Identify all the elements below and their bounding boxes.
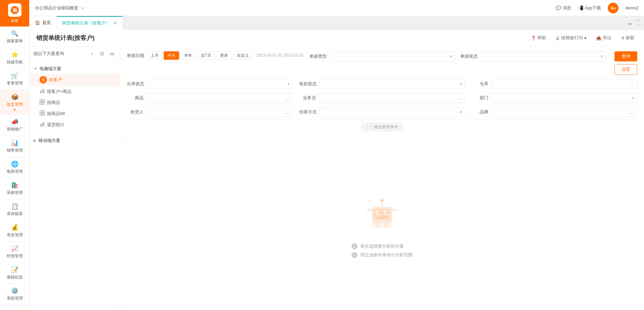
tree-parent-desktop[interactable]: ▼ 电脑端方案 — [30, 64, 120, 74]
refresh-btn[interactable]: ↺ 刷新 — [618, 34, 637, 42]
sidebar-item-search[interactable]: 🔍 搜索菜单 — [0, 27, 29, 48]
settings-btn[interactable]: 设置 — [614, 64, 637, 75]
sidebar-item-quicknav[interactable]: ⭐ 快捷导航 — [0, 48, 29, 69]
receiver-label: 收货人 — [127, 109, 144, 115]
svg-rect-11 — [40, 113, 42, 115]
sidebar-item-ecommerce[interactable]: 🌐 电商管理 — [0, 157, 29, 178]
tree-item-return-stats[interactable]: 退货统计 — [30, 119, 120, 130]
svg-rect-27 — [376, 223, 380, 228]
enterprise-icon: 🤝 — [11, 308, 18, 310]
query-btn[interactable]: 查询 — [614, 51, 637, 61]
tab-minimize-btn[interactable]: 🗕 — [627, 20, 633, 26]
tree-item-by-goods-label: 按商品 — [47, 100, 60, 106]
ecommerce-icon: 🌐 — [11, 160, 18, 168]
warehouse-dots[interactable]: … — [630, 81, 634, 87]
collapse-up-icon: ⌃⌃ — [366, 125, 373, 130]
add-scheme-btn[interactable]: ＋ — [88, 50, 96, 57]
user-avatar[interactable]: Ea — [608, 3, 619, 13]
svg-rect-3 — [42, 90, 43, 93]
goods-dots[interactable]: … — [285, 95, 289, 101]
export-label: 导出 — [603, 35, 611, 41]
out-status-select[interactable]: ▾ — [147, 79, 292, 89]
svg-point-21 — [378, 212, 380, 214]
svg-text:✦: ✦ — [393, 197, 395, 201]
brand-dots[interactable]: … — [630, 109, 634, 115]
sidebar-item-basic[interactable]: 📝 基础信息 — [0, 263, 29, 284]
svg-rect-28 — [384, 223, 388, 228]
bar2-icon — [40, 121, 45, 128]
date-this-month-btn[interactable]: 本月 — [164, 51, 179, 60]
warehouse-label: 仓库 — [472, 81, 488, 87]
home-icon: 🏠 — [35, 20, 40, 25]
settings-scheme-btn[interactable]: ⚙ — [98, 50, 106, 57]
date-last-month-btn[interactable]: 上月 — [147, 51, 162, 60]
date-this-year-btn[interactable]: 本年 — [180, 51, 196, 60]
receiver-dots[interactable]: … — [285, 109, 289, 115]
dept-item: 部门 ▾ — [472, 93, 637, 103]
tree-item-by-customer[interactable]: 按 按客户 — [30, 74, 120, 86]
sidebar-item-retail[interactable]: 🛒 零售管理 — [0, 69, 29, 90]
message-btn[interactable]: 💬 消息 — [556, 5, 571, 11]
tab-sales-stats[interactable]: 销货单统计表（按客户） ✕ — [57, 16, 123, 30]
sidebar-item-sales[interactable]: 📊 销售管理 — [0, 136, 29, 157]
goods-select[interactable]: … — [146, 93, 292, 103]
username[interactable]: demo2 — [625, 5, 639, 10]
receipt-status-item: 收款状态 ▾ — [299, 79, 465, 89]
svg-rect-13 — [40, 124, 41, 126]
inventory-icon: 📋 — [11, 203, 18, 210]
search-actions: 查询 设置 — [611, 51, 637, 75]
sidebar-item-inventory[interactable]: 📋 库存核算 — [0, 199, 29, 220]
svg-rect-9 — [40, 111, 42, 113]
dept-select[interactable]: ▾ — [491, 93, 637, 103]
settlement-item: 结算方式 ▾ — [299, 107, 465, 117]
tree-item-by-goods-99[interactable]: 按商品99 — [30, 108, 120, 119]
system-icon: ⚙️ — [11, 287, 18, 295]
date-more-btn[interactable]: 更多 — [216, 51, 232, 60]
sidebar-item-business[interactable]: 📈 经营管理 — [0, 242, 29, 263]
warehouse-item: 仓库 … — [472, 79, 637, 89]
date-last-7-days-btn[interactable]: 近7天 — [197, 51, 215, 60]
retail-icon: 🛒 — [11, 72, 18, 80]
basic-icon: 📝 — [11, 266, 18, 273]
sidebar-item-purchase[interactable]: 🛍️ 采购管理 — [0, 178, 29, 199]
empty-tip-1: 1 请先选择要分析的方案 — [352, 243, 413, 249]
sidebar-item-wholesale[interactable]: 📦 批发管理 ▲ — [0, 90, 29, 115]
brand-label: 品牌 — [472, 109, 488, 115]
tab-maximize-btn[interactable]: ⛶ — [635, 20, 641, 26]
brand-select[interactable]: … — [491, 107, 637, 117]
sidebar-item-finance[interactable]: 💰 资金管理 — [0, 220, 29, 242]
tab-home[interactable]: 🏠 首页 — [30, 16, 57, 30]
sidebar-item-wholesale-label: 批发管理 — [7, 102, 23, 107]
receipt-status-select[interactable]: ▾ — [319, 79, 465, 89]
settlement-select[interactable]: ▾ — [319, 107, 465, 117]
date-custom-btn[interactable]: 自定义 — [233, 51, 253, 60]
tree-item-by-customer-goods[interactable]: 按客户+商品 — [30, 86, 120, 97]
collapse-btn[interactable]: ⌃⌃ 收起更多条件 — [361, 123, 403, 131]
dept-label: 部门 — [472, 95, 488, 101]
left-panel-title: 按以下方案查询 — [34, 51, 64, 57]
sidebar-item-marketing[interactable]: 📣 营销推广 — [0, 115, 29, 136]
left-panel-icons: ＋ ⚙ ≪ — [88, 50, 116, 57]
salesperson-dots[interactable]: … — [457, 95, 462, 101]
tip-num-2: 2 — [352, 252, 358, 258]
collapse-panel-btn[interactable]: ≪ — [108, 50, 116, 57]
salesperson-select[interactable]: … — [319, 93, 465, 103]
svg-rect-4 — [43, 89, 44, 93]
print-btn[interactable]: 🖨 按模板打印 ▾ — [553, 34, 589, 42]
warehouse-select[interactable]: … — [491, 79, 637, 89]
tree-parent-mobile[interactable]: ▶ 移动端方案 — [30, 136, 120, 146]
sidebar-logo[interactable]: 畅 标账 — [0, 0, 30, 27]
help-btn[interactable]: ❓ 帮助 — [528, 34, 549, 42]
export-btn[interactable]: 📤 导出 — [593, 34, 614, 42]
doc-status-select[interactable]: ▾ — [480, 51, 606, 61]
sidebar-item-enterprise[interactable]: 🤝 企业协同 — [0, 305, 29, 310]
sidebar-item-retail-label: 零售管理 — [7, 81, 23, 86]
tree-item-by-goods[interactable]: 按商品 — [30, 97, 120, 108]
app-download-btn[interactable]: 📲 App下载 — [578, 5, 601, 11]
settlement-arrow: ▾ — [460, 110, 462, 114]
receiver-select[interactable]: … — [146, 107, 292, 117]
sidebar-item-system[interactable]: ⚙️ 系统管理 — [0, 284, 29, 305]
doc-type-select[interactable]: ▾ — [329, 51, 455, 61]
svg-text:✦: ✦ — [365, 211, 368, 214]
tab-close-btn[interactable]: ✕ — [113, 20, 117, 26]
